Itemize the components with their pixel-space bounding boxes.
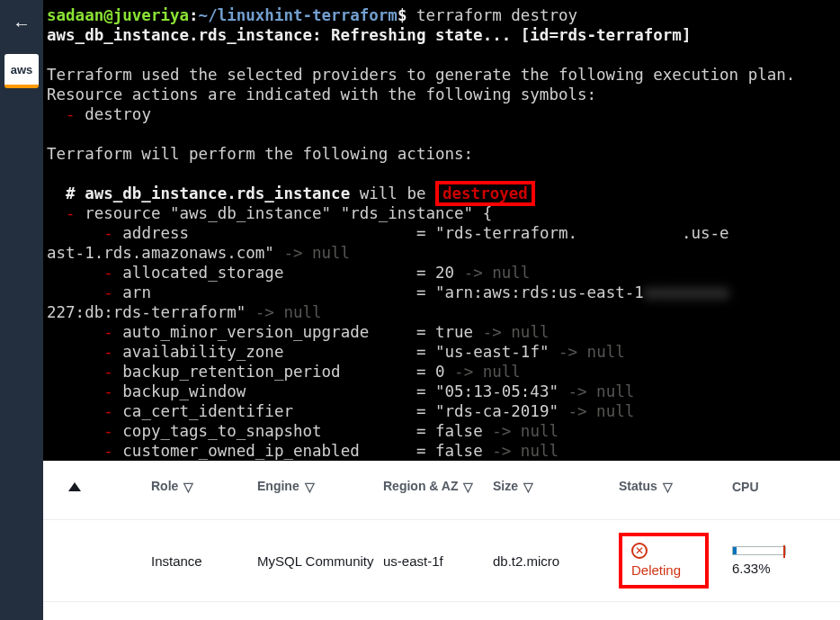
sort-icon: ▽ xyxy=(305,480,315,494)
cell-size: db.t2.micro xyxy=(493,553,619,569)
status-badge: ✕ Deleting xyxy=(619,533,709,589)
cell-region: us-east-1f xyxy=(383,553,493,569)
cell-role: Instance xyxy=(151,553,257,569)
db-instances-table: Role▽ Engine▽ Region & AZ▽ Size▽ Status▽… xyxy=(43,461,840,602)
cpu-bar xyxy=(732,546,786,555)
expand-column-header[interactable] xyxy=(43,482,106,491)
terminal-window[interactable]: sadaan@juveriya:~/linuxhint-terraform$ t… xyxy=(43,0,840,461)
terminal-cwd: ~/linuxhint-terraform xyxy=(199,6,398,24)
col-size-header[interactable]: Size▽ xyxy=(493,479,619,494)
aws-logo-text: aws xyxy=(11,64,33,76)
table-header-row: Role▽ Engine▽ Region & AZ▽ Size▽ Status▽… xyxy=(43,461,840,520)
back-button[interactable]: ← xyxy=(7,9,36,38)
sort-icon: ▽ xyxy=(183,480,193,494)
sort-icon: ▽ xyxy=(663,480,673,494)
cell-cpu: 6.33% xyxy=(732,546,831,576)
cpu-percent-text: 6.33% xyxy=(732,561,831,576)
col-region-header[interactable]: Region & AZ▽ xyxy=(383,479,493,494)
browser-left-rail: ← aws xyxy=(0,0,43,620)
aws-logo[interactable]: aws xyxy=(4,54,39,88)
col-engine-header[interactable]: Engine▽ xyxy=(257,479,383,494)
table-row[interactable]: Instance MySQL Community us-east-1f db.t… xyxy=(43,520,840,602)
terminal-command: terraform destroy xyxy=(416,6,577,24)
col-role-header[interactable]: Role▽ xyxy=(151,479,257,494)
terminal-user: sadaan xyxy=(47,6,103,24)
sort-icon: ▽ xyxy=(523,480,533,494)
terminal-refresh-line: aws_db_instance.rds_instance: Refreshing… xyxy=(47,26,691,44)
sort-asc-icon xyxy=(68,482,81,491)
error-circle-icon: ✕ xyxy=(631,543,648,559)
col-cpu-header[interactable]: CPU xyxy=(732,480,831,494)
destroyed-highlight: destroyed xyxy=(442,184,528,202)
status-text: Deleting xyxy=(631,562,696,578)
cell-engine: MySQL Community xyxy=(257,553,383,569)
col-status-header[interactable]: Status▽ xyxy=(619,479,732,494)
terminal-host: juveriya xyxy=(113,6,189,24)
sort-icon: ▽ xyxy=(463,480,473,494)
